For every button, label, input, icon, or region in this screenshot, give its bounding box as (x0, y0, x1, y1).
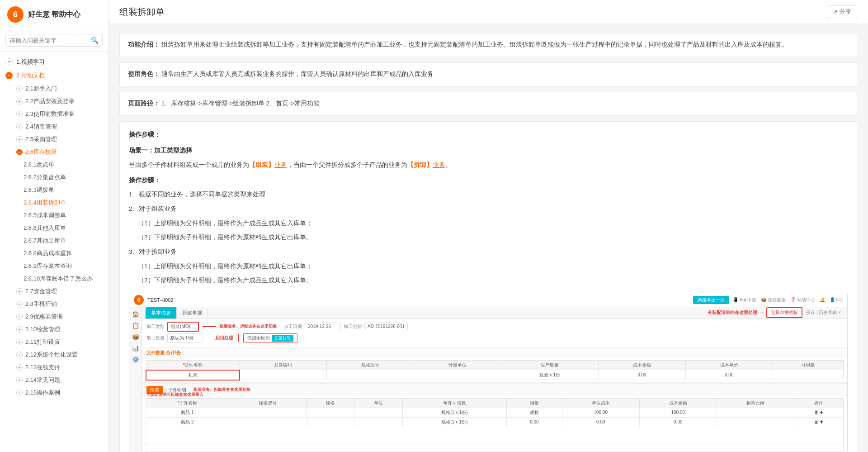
nav-leaf-2-6-4[interactable]: 2.6.4组装拆卸单 (0, 196, 108, 209)
nav-leaf-2-6-8[interactable]: 2.6.8商品成本重算 (0, 247, 108, 260)
mini-expand-2-1: + (16, 86, 23, 92)
bcol-qty: 单件 x 份数 (402, 398, 506, 408)
nav-sub-2-4[interactable]: + 2.4销售管理 (0, 120, 108, 133)
content-area: 功能介绍： 组装拆卸单用来处理企业组装或拆卸等加工业务，支持有固定装配清单的产品… (108, 24, 868, 452)
nav-sub-2-11[interactable]: + 2.11打印设置 (0, 336, 108, 348)
role-box: 使用角色： 通常由生产人员或库管人员完成拆装业务的操作，库管人员确认原材料的出库… (119, 62, 857, 86)
nav-sub-2-12[interactable]: + 2.12系统个性化设置 (0, 348, 108, 361)
nav-sub-2-7[interactable]: + 2.7资金管理 (0, 285, 108, 298)
nav-leaf-2-6-7[interactable]: 2.6.7其他出库单 (0, 234, 108, 247)
nav-leaf-2-6-3[interactable]: 2.6.3调拨单 (0, 184, 108, 196)
mock-bottom-row-2: 商品 2 规格(1 x 1份) 0.00 0.00 0.00 (146, 417, 844, 427)
page-title: 组装拆卸单 (119, 6, 165, 18)
mock-bottom-row-5 (146, 443, 844, 451)
nav-sub-2-2[interactable]: + 2.2产品安装及登录 (0, 95, 108, 108)
mock-icon-settings: ⚙️ (132, 356, 139, 363)
brow1-loss (717, 408, 794, 417)
brow2-uc2: 0.00 (639, 417, 717, 427)
mock-logo: 6 (134, 295, 144, 305)
nav-sub-2-9[interactable]: + 2.9优惠券管理 (0, 310, 108, 323)
mock-icon-home: 🏠 (132, 311, 139, 318)
step2-sub1: （1）上部明细为父件明细，最终作为产成品生成其它入库单； (129, 218, 848, 229)
step2-text: 2、对于组装业务 (129, 203, 848, 215)
col-unit: 计量单位 (414, 360, 501, 370)
bcol-ops: 操作 (794, 398, 843, 408)
path-text: 1、库存核算->库存管理->组装拆卸单 2、首页->常用功能 (161, 100, 320, 107)
col-qty: 生产数量 (501, 360, 598, 370)
nav-leaf-2-6-9[interactable]: 2.6.9库存账本查询 (0, 260, 108, 272)
nav-leaf-2-6-6[interactable]: 2.6.6其他入库单 (0, 222, 108, 234)
nav-leaf-2-6-10[interactable]: 2.6.10库存账本错了怎么办 (0, 272, 108, 285)
main-content: 组装拆卸单 ↗ 分享 功能介绍： 组装拆卸单用来处理企业组装或拆卸等加工业务，支… (108, 0, 868, 452)
brow2-qty: 规格(1 x 1份) (402, 417, 506, 427)
mock-new-doc-btn[interactable]: 新建单据一次 (693, 296, 729, 304)
brow1-s1 (229, 408, 306, 417)
nav-section-2[interactable]: − 2.帮助文档 (0, 69, 108, 82)
nav-sub-2-1[interactable]: + 2.1新手入门 (0, 82, 108, 95)
chaichao-ye: 业务 (433, 162, 445, 168)
mini-expand-2-4: + (16, 124, 23, 130)
col-spec: 规格型号 (327, 360, 414, 370)
function-intro-label: 功能介绍： (128, 41, 160, 48)
bcol-spec2: 规格 (306, 398, 354, 408)
mock-body: 🏠 📋 📦 📊 ⚙️ 基本信息 (129, 307, 847, 452)
expand-icon-1: + (5, 58, 13, 66)
mock-form-area: 加工类型 组装(MO) 组装业务、拆卸业务在这里切换 加工日期 (142, 319, 847, 348)
nav-leaf-2-6-1[interactable]: 2.6.1盘点单 (0, 158, 108, 171)
mock-form-row-2: 加工数量 默认为 1/份 启用处理 供搜索应用 立至处理 (146, 333, 843, 343)
mock-top-table: *父件名称 父件编码 规格型号 计量单位 生产数量 成本金额 成本单价 可用量 (146, 360, 844, 381)
nav-sub-2-3[interactable]: + 2.3使用前数据准备 (0, 108, 108, 120)
nav-sub-2-8[interactable]: + 2.8手机旺铺 (0, 298, 108, 310)
mock-app-topbar: 6 TEST-H002 新建单据一次 📱 App下载 📦 在线客服 ❓ 帮助中心… (129, 293, 847, 307)
mock-tabs: 基本信息 新建单据 有装配清单的在这里处理 → 选择 (142, 307, 847, 319)
nav-section-1[interactable]: + 1.视频学习 (0, 55, 108, 69)
mock-date-field[interactable]: 2019-12-26 (305, 323, 341, 330)
steps-area: 操作步骤： 场景一：加工类型选择 当由多个子件材料组装成一个成品的业务为【组装】… (129, 129, 848, 286)
mock-bottom-row-4 (146, 435, 844, 443)
share-button[interactable]: ↗ 分享 (827, 5, 857, 18)
nav-sub-2-15[interactable]: + 2.15操作案例 (0, 386, 108, 399)
nav-sub-2-5[interactable]: + 2.5采购管理 (0, 133, 108, 146)
mock-top-row-1: 机壳 数量 x 1份 0.00 0.00 (146, 370, 844, 380)
mock-tab-basic[interactable]: 基本信息 (146, 307, 177, 319)
mini-expand-2-9: + (16, 314, 23, 320)
mini-expand-2-14: + (16, 377, 23, 383)
col-parent-name: *父件名称 (146, 360, 240, 370)
bcol-unit: 单位 (354, 398, 403, 408)
mock-select-bill-btn[interactable]: 选择单据模板 (766, 307, 802, 318)
brow1-uc1: 100.00 (562, 408, 639, 417)
mock-doc-type-field[interactable]: 组装(MO) (167, 322, 199, 332)
mock-topbar-right: 📱 App下载 📦 在线客服 ❓ 帮助中心 🔔 👤 CC (733, 297, 843, 303)
mock-tab-new[interactable]: 新建单据 (177, 307, 208, 319)
bcol-spec1: 规格型号 (229, 398, 306, 408)
date-label: 加工日期 (284, 324, 302, 330)
nav-sub-2-13[interactable]: + 2.13在线支付 (0, 361, 108, 374)
nav-sub-2-14[interactable]: + 2.14常见问题 (0, 374, 108, 386)
search-input[interactable] (9, 37, 91, 44)
mock-top-cell-code (240, 370, 327, 380)
mock-app-icon4: 🔔 (820, 297, 825, 302)
brow1-unit (354, 408, 403, 417)
mock-app-icon2: 📦 在线客服 (761, 297, 786, 303)
step2-sub2: （2）下部明细为子件明细，最终作为原材料生成其它出库单。 (129, 232, 848, 243)
logo-area: 6 好生意 帮助中心 (0, 0, 108, 29)
mock-main-area: 基本信息 新建单据 有装配清单的在这里处理 → 选择 (142, 307, 847, 452)
nav-sub-2-6[interactable]: − 2.6库存核算 (0, 146, 108, 158)
mock-top-cell-unit (414, 370, 501, 380)
nav-leaf-2-6-2[interactable]: 2.6.2分量盘点单 (0, 171, 108, 184)
mini-expand-2-8: + (16, 301, 23, 307)
mock-enabled-field[interactable]: 供搜索应用 立至处理 (243, 333, 297, 343)
nav-leaf-2-6-5[interactable]: 2.6.5成本调整单 (0, 209, 108, 222)
mock-top-section-header: 父件数量 合计/份 (142, 348, 847, 358)
mock-group-field[interactable]: AD-20191226-001 (364, 323, 408, 330)
mock-icon-list: 📋 (132, 322, 139, 329)
expand-icon-2: − (5, 72, 13, 79)
mock-bottom-table: *子件名称 规格型号 规格 单位 单件 x 份数 用量 单位成本 成本金额 (146, 398, 844, 452)
nav-sub-2-10[interactable]: + 2.10经营管理 (0, 323, 108, 336)
logo-icon: 6 (7, 6, 24, 23)
search-icon[interactable]: 🔍 (91, 37, 99, 44)
col-parent-code: 父件编码 (240, 360, 327, 370)
mock-apply-btn[interactable]: 立至处理 (272, 335, 293, 342)
mock-quantity-field[interactable]: 默认为 1/份 (167, 333, 203, 343)
annotation-3-text: 启用处理 (215, 335, 233, 341)
